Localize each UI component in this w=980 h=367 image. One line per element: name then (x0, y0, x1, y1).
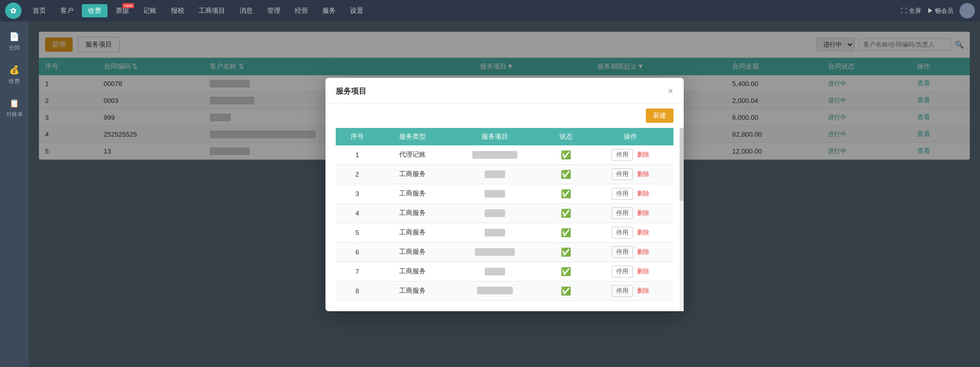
modal-table-row: 5 工商服务 ████ ✅ 停用 删除 (336, 223, 673, 242)
delete-button[interactable]: 删除 (637, 150, 649, 159)
modal-table-row: 4 工商服务 ████ ✅ 停用 删除 (336, 203, 673, 223)
modal-cell-actions: 停用 删除 (588, 262, 673, 281)
sidebar-item-reconciliation[interactable]: 📋 对账单 (2, 93, 27, 122)
nav-fees[interactable]: 收费 (82, 4, 107, 17)
nav-message[interactable]: 消息 (233, 4, 259, 17)
stop-button[interactable]: 停用 (612, 207, 633, 219)
modal-cell-status: ✅ (544, 203, 587, 223)
nav-accounting[interactable]: 记账 (137, 4, 163, 17)
modal-cell-type: 工商服务 (379, 203, 446, 223)
status-check-icon: ✅ (561, 150, 571, 159)
stop-button[interactable]: 停用 (612, 285, 633, 297)
fees-icon: 💰 (9, 64, 20, 75)
modal-cell-item: ████████ (446, 242, 544, 262)
nav-customer[interactable]: 客户 (54, 4, 80, 17)
modal-new-button[interactable]: 新建 (646, 109, 673, 123)
modal-toolbar: 新建 (325, 103, 684, 128)
modal-cell-type: 工商服务 (379, 281, 446, 300)
delete-button[interactable]: 删除 (637, 209, 649, 218)
modal-cell-item: ████ (446, 223, 544, 242)
modal-cell-status: ✅ (544, 145, 587, 165)
delete-button[interactable]: 删除 (637, 189, 649, 198)
delete-button[interactable]: 删除 (637, 170, 649, 179)
modal-cell-actions: 停用 删除 (588, 184, 673, 203)
modal-table-row: 3 工商服务 ████ ✅ 停用 删除 (336, 184, 673, 203)
fullscreen-btn[interactable]: ⛶ 全屏 (901, 7, 921, 15)
avatar[interactable] (960, 3, 975, 18)
new-badge: new (122, 3, 134, 8)
nav-service[interactable]: 服务 (316, 4, 342, 17)
nav-home[interactable]: 首页 (27, 4, 52, 17)
stop-button[interactable]: 停用 (612, 227, 633, 239)
status-check-icon: ✅ (561, 267, 571, 276)
modal-overlay[interactable]: 服务项目 × 新建 序号 服务类型 服务项目 状态 (29, 21, 980, 367)
status-check-icon: ✅ (561, 287, 571, 295)
modal-cell-status: ✅ (544, 184, 587, 203)
modal-th-item: 服务项目 (446, 128, 544, 145)
stop-button[interactable]: 停用 (612, 246, 633, 258)
status-check-icon: ✅ (561, 248, 571, 256)
main-layout: 📄 合同 💰 收费 📋 对账单 新增 服务项目 进行中 全部 已终止 (0, 21, 980, 367)
main-content: 新增 服务项目 进行中 全部 已终止 🔍 序号 合同编码 (29, 21, 980, 367)
stop-button[interactable]: 停用 (612, 168, 633, 180)
delete-button[interactable]: 删除 (637, 248, 649, 256)
modal-table-row: 8 工商服务 ████ 注册 ✅ 停用 删除 (336, 281, 673, 300)
modal-cell-type: 工商服务 (379, 262, 446, 281)
modal-cell-item: ████ (446, 203, 544, 223)
modal-cell-index: 7 (336, 262, 379, 281)
modal-cell-item: ████████ 1 (446, 145, 544, 165)
modal-cell-index: 3 (336, 184, 379, 203)
top-nav-right: ⛶ 全屏 ▶ 畅会员 (901, 3, 975, 18)
modal-th-action: 操作 (588, 128, 673, 145)
modal-cell-index: 2 (336, 164, 379, 184)
modal-cell-status: ✅ (544, 281, 587, 300)
modal-cell-actions: 停用 删除 (588, 242, 673, 262)
nav-operation[interactable]: 经营 (289, 4, 314, 17)
modal-cell-item: ████ 注册 (446, 281, 544, 300)
modal-cell-type: 工商服务 (379, 164, 446, 184)
modal-header: 服务项目 × (325, 78, 684, 103)
modal-cell-item: ████ (446, 262, 544, 281)
nav-settings[interactable]: 设置 (344, 4, 369, 17)
delete-button[interactable]: 删除 (637, 267, 649, 276)
nav-tax[interactable]: 报税 (165, 4, 190, 17)
modal-table-row: 6 工商服务 ████████ ✅ 停用 删除 (336, 242, 673, 262)
top-navigation: ✿ 首页 客户 收费 票据 new 记账 报税 工商项目 消息 管理 经营 服务… (0, 0, 980, 21)
modal-cell-index: 4 (336, 203, 379, 223)
modal-cell-actions: 停用 删除 (588, 203, 673, 223)
delete-button[interactable]: 删除 (637, 287, 649, 295)
modal-scrollbar[interactable] (680, 128, 684, 311)
vip-btn[interactable]: ▶ 畅会员 (927, 7, 953, 15)
modal-cell-status: ✅ (544, 164, 587, 184)
modal-cell-type: 工商服务 (379, 223, 446, 242)
modal-table-row: 7 工商服务 ████ ✅ 停用 删除 (336, 262, 673, 281)
nav-manage[interactable]: 管理 (261, 4, 287, 17)
stop-button[interactable]: 停用 (612, 188, 633, 200)
stop-button[interactable]: 停用 (612, 266, 633, 277)
modal-body: 序号 服务类型 服务项目 状态 操作 1 代理记账 ████████ 1 ✅ 停… (325, 128, 684, 311)
modal-cell-actions: 停用 删除 (588, 145, 673, 165)
modal-table-row: 2 工商服务 ████ ✅ 停用 删除 (336, 164, 673, 184)
nav-commerce[interactable]: 工商项目 (192, 4, 231, 17)
app-logo: ✿ (5, 3, 21, 19)
sidebar-label-contract: 合同 (9, 44, 20, 52)
modal-cell-actions: 停用 删除 (588, 164, 673, 184)
delete-button[interactable]: 删除 (637, 228, 649, 237)
stop-button[interactable]: 停用 (612, 149, 633, 161)
modal-cell-actions: 停用 删除 (588, 281, 673, 300)
nav-invoices[interactable]: 票据 new (110, 4, 135, 17)
modal-cell-type: 代理记账 (379, 145, 446, 165)
sidebar-label-fees: 收费 (9, 77, 20, 85)
modal-cell-index: 6 (336, 242, 379, 262)
service-items-modal: 服务项目 × 新建 序号 服务类型 服务项目 状态 (325, 78, 684, 311)
scrollbar-thumb[interactable] (680, 128, 684, 201)
status-check-icon: ✅ (561, 189, 571, 198)
sidebar-item-fees[interactable]: 💰 收费 (2, 60, 27, 89)
status-check-icon: ✅ (561, 209, 571, 218)
modal-cell-index: 5 (336, 223, 379, 242)
status-check-icon: ✅ (561, 170, 571, 179)
modal-cell-index: 1 (336, 145, 379, 165)
modal-close-button[interactable]: × (668, 86, 673, 97)
modal-cell-actions: 停用 删除 (588, 223, 673, 242)
sidebar-item-contract[interactable]: 📄 合同 (2, 27, 27, 56)
